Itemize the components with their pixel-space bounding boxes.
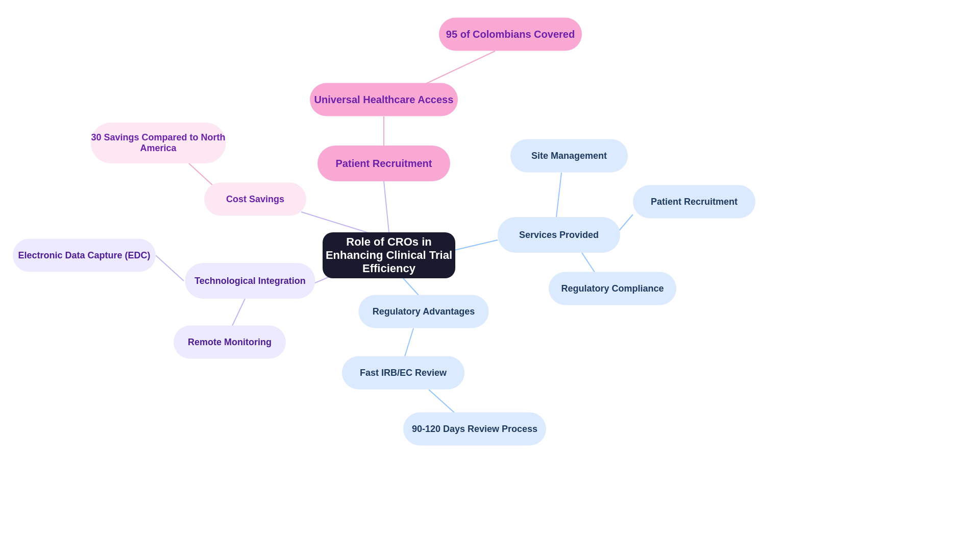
svg-line-7 — [232, 299, 245, 326]
services-provided-node[interactable]: Services Provided — [498, 217, 620, 253]
svg-line-10 — [429, 390, 454, 413]
mind-map-connections — [0, 0, 980, 553]
site-management-label: Site Management — [531, 151, 607, 161]
patient-recruitment-right-label: Patient Recruitment — [651, 197, 738, 207]
services-provided-label: Services Provided — [519, 230, 599, 241]
technological-integration-label: Technological Integration — [194, 276, 306, 286]
center-node[interactable]: Role of CROs in Enhancing Clinical Trial… — [323, 232, 455, 278]
svg-line-8 — [403, 278, 419, 295]
edc-label: Electronic Data Capture (EDC) — [18, 250, 150, 261]
svg-line-0 — [384, 181, 389, 232]
savings-north-america-label: 30 Savings Compared to North America — [91, 132, 226, 154]
colombians-covered-label: 95 of Colombians Covered — [446, 29, 575, 40]
regulatory-advantages-node[interactable]: Regulatory Advantages — [359, 295, 489, 328]
universal-healthcare-node[interactable]: Universal Healthcare Access — [310, 83, 458, 116]
technological-integration-node[interactable]: Technological Integration — [185, 263, 315, 299]
regulatory-compliance-node[interactable]: Regulatory Compliance — [549, 272, 676, 305]
fast-irb-node[interactable]: Fast IRB/EC Review — [342, 356, 464, 390]
remote-monitoring-node[interactable]: Remote Monitoring — [174, 326, 286, 359]
savings-north-america-node[interactable]: 30 Savings Compared to North America — [91, 123, 226, 163]
svg-line-11 — [454, 240, 498, 250]
svg-line-3 — [301, 212, 375, 235]
days-review-node[interactable]: 90-120 Days Review Process — [403, 413, 546, 446]
remote-monitoring-label: Remote Monitoring — [188, 337, 272, 348]
cost-savings-node[interactable]: Cost Savings — [204, 183, 306, 216]
patient-recruitment-label: Patient Recruitment — [336, 158, 432, 170]
svg-line-12 — [556, 173, 561, 217]
universal-healthcare-label: Universal Healthcare Access — [314, 94, 454, 106]
patient-recruitment-node[interactable]: Patient Recruitment — [317, 146, 450, 181]
edc-node[interactable]: Electronic Data Capture (EDC) — [13, 239, 156, 272]
regulatory-advantages-label: Regulatory Advantages — [373, 306, 475, 317]
cost-savings-label: Cost Savings — [226, 194, 284, 205]
site-management-node[interactable]: Site Management — [510, 139, 628, 173]
fast-irb-label: Fast IRB/EC Review — [360, 368, 447, 378]
days-review-label: 90-120 Days Review Process — [412, 424, 537, 435]
colombians-covered-node[interactable]: 95 of Colombians Covered — [439, 18, 582, 51]
center-label: Role of CROs in Enhancing Clinical Trial… — [323, 235, 455, 275]
patient-recruitment-right-node[interactable]: Patient Recruitment — [633, 185, 755, 219]
svg-line-6 — [156, 255, 184, 281]
svg-line-14 — [582, 253, 595, 272]
regulatory-compliance-label: Regulatory Compliance — [561, 283, 664, 294]
svg-line-9 — [405, 328, 413, 356]
svg-line-13 — [618, 214, 633, 232]
